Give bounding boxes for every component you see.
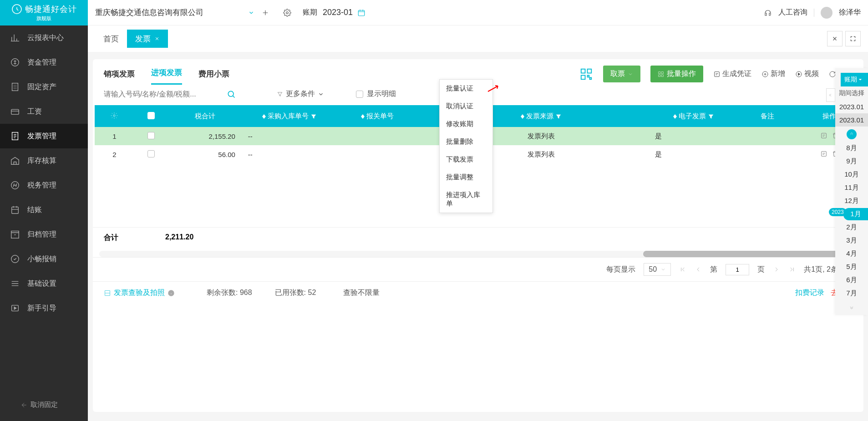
cost-record-link[interactable]: 扣费记录 [795, 288, 824, 298]
period-opt-0[interactable]: 2023.01 [835, 100, 868, 113]
unpin-label: 取消固定 [30, 401, 58, 409]
perpage-select[interactable]: 50 [644, 263, 671, 276]
close-tab-button[interactable] [827, 31, 843, 46]
wallet-icon [10, 107, 20, 117]
svg-point-21 [228, 91, 233, 96]
dropdown-item-6[interactable]: 推进项入库单 [440, 186, 492, 213]
col-header-3[interactable]: 采购入库单号 [242, 105, 338, 127]
col-header-1[interactable] [134, 105, 168, 127]
month-11[interactable]: 7月 [835, 287, 868, 299]
search-icon[interactable] [227, 90, 236, 99]
dropdown-item-4[interactable]: 下载发票 [440, 151, 492, 168]
show-detail-toggle[interactable]: 显示明细 [356, 89, 396, 99]
settings-button[interactable] [279, 5, 295, 21]
sidebar-item-4[interactable]: 发票管理 [0, 124, 88, 148]
gear-icon[interactable] [111, 112, 118, 119]
dropdown-item-1[interactable]: 取消认证 [440, 97, 492, 115]
month-6[interactable]: 2月 [835, 221, 868, 233]
panel-expand[interactable] [826, 88, 835, 102]
row-checkbox[interactable] [147, 132, 155, 139]
month-5[interactable]: 20231月 [843, 208, 868, 220]
view-icon[interactable] [820, 132, 827, 139]
sidebar-item-8[interactable]: 归档管理 [0, 222, 88, 247]
view-icon[interactable] [820, 150, 827, 157]
voucher-button[interactable]: 生成凭证 [713, 69, 751, 79]
dropdown-item-5[interactable]: 批量调整 [440, 168, 492, 186]
sidebar-item-7[interactable]: 结账 [0, 198, 88, 222]
chevrons-up-icon [849, 132, 854, 137]
sidebar-item-label: 发票管理 [27, 132, 56, 141]
sidebar-item-3[interactable]: 工资 [0, 99, 88, 124]
unpin-button[interactable]: 取消固定 [20, 401, 58, 409]
sidebar-item-10[interactable]: 基础设置 [0, 271, 88, 296]
dropdown-item-2[interactable]: 修改账期 [440, 115, 492, 133]
sidebar-item-label: 归档管理 [27, 230, 56, 239]
row-checkbox[interactable] [147, 150, 155, 157]
last-page-icon[interactable] [788, 266, 796, 273]
col-header-2[interactable]: 税合计 [168, 105, 241, 127]
dropdown-item-3[interactable]: 批量删除 [440, 133, 492, 151]
first-page-icon[interactable] [679, 266, 686, 273]
next-page-icon[interactable] [773, 266, 780, 273]
sidebar-item-5[interactable]: 库存核算 [0, 148, 88, 173]
horizontal-scrollbar[interactable] [99, 251, 857, 257]
sidebar-item-6[interactable]: 税务管理 [0, 173, 88, 198]
month-7[interactable]: 3月 [835, 234, 868, 247]
checkbox[interactable] [356, 91, 363, 98]
sidebar-item-0[interactable]: 云报表中心 [0, 25, 88, 50]
month-0[interactable]: 8月 [835, 142, 868, 154]
tab-1[interactable]: 发票 [127, 30, 168, 48]
username: 徐泽华 [839, 8, 861, 17]
content-tab-1[interactable]: 进项发票 [151, 67, 182, 85]
fullscreen-button[interactable] [845, 31, 861, 46]
col-header-7[interactable] [586, 105, 649, 127]
month-4[interactable]: 12月 [835, 195, 868, 207]
month-3[interactable]: 11月 [835, 182, 868, 194]
close-icon[interactable] [154, 36, 160, 41]
company-selector[interactable]: 重庆畅捷交通信息咨询有限公司 [95, 7, 254, 18]
add-button[interactable] [257, 5, 274, 21]
prev-page-icon[interactable] [695, 266, 702, 273]
month-8[interactable]: 4月 [835, 248, 868, 260]
sidebar-item-11[interactable]: 新手引导 [0, 296, 88, 320]
qrcode-icon[interactable] [579, 67, 593, 81]
calendar-icon[interactable] [357, 9, 365, 17]
month-9[interactable]: 5月 [835, 261, 868, 273]
scroll-down[interactable] [847, 302, 857, 312]
search-input[interactable] [104, 90, 213, 98]
more-conditions[interactable]: 更多条件 [277, 89, 324, 99]
col-header-0[interactable] [95, 105, 134, 127]
select-all-checkbox[interactable] [147, 112, 155, 119]
month-10[interactable]: 6月 [835, 274, 868, 286]
sidebar-item-1[interactable]: 资金管理 [0, 50, 88, 75]
svg-point-9 [286, 11, 289, 14]
col-header-8[interactable]: 电子发票 [649, 105, 739, 127]
page-input[interactable] [726, 264, 749, 275]
month-1[interactable]: 9月 [835, 155, 868, 167]
period-opt-1[interactable]: 2023.01 [835, 113, 868, 127]
svg-point-22 [113, 115, 115, 117]
period-btn[interactable]: 账期 [841, 73, 868, 86]
svg-rect-6 [11, 233, 19, 238]
page-pre: 第 [710, 265, 717, 274]
consult-link[interactable]: 人工咨询 [778, 8, 807, 17]
scroll-up[interactable] [847, 129, 857, 139]
month-2[interactable]: 10月 [835, 168, 868, 181]
avatar[interactable] [821, 7, 832, 19]
batch-button[interactable]: 批量操作 [650, 66, 703, 82]
tab-0[interactable]: 首页 [95, 30, 127, 48]
dropdown-item-0[interactable]: 批量认证 [440, 80, 492, 97]
sidebar-item-2[interactable]: 固定资产 [0, 75, 88, 99]
col-header-6[interactable]: 发票来源 [496, 105, 587, 127]
info-icon[interactable] [168, 289, 175, 297]
add-link[interactable]: 新增 [761, 69, 785, 79]
fetch-button[interactable]: 取票 [603, 66, 640, 82]
sidebar-item-9[interactable]: 小畅报销 [0, 247, 88, 271]
content-tab-0[interactable]: 销项发票 [104, 69, 135, 85]
scroll-thumb[interactable] [643, 251, 857, 257]
edition-label: 旗舰版 [36, 15, 51, 22]
video-link[interactable]: 视频 [795, 69, 819, 79]
col-header-4[interactable]: 报关单号 [338, 105, 417, 127]
content-tab-2[interactable]: 费用小票 [198, 69, 229, 85]
col-header-9[interactable]: 备注 [739, 105, 796, 127]
